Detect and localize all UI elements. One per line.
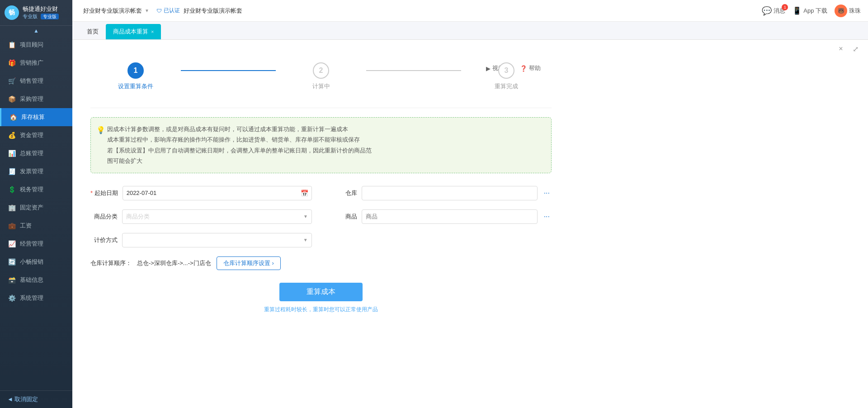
salary-icon: 💼 [7, 221, 16, 230]
calendar-icon[interactable]: 📅 [301, 190, 308, 197]
sidebar-label-tax: 税务管理 [20, 185, 65, 194]
sidebar-item-expense[interactable]: 🔄 小畅报销 [0, 253, 72, 271]
finance-icon: 💰 [7, 131, 16, 140]
account-chevron-icon: ▼ [145, 8, 149, 13]
sidebar-item-project[interactable]: 📋 项目顾问 [0, 36, 72, 54]
sidebar-unpin-button[interactable]: ◄ 取消固定 [0, 390, 72, 408]
sidebar-item-finance[interactable]: 💰 资金管理 [0, 126, 72, 144]
notification-badge: 1 [782, 4, 788, 10]
start-date-input[interactable] [123, 186, 312, 200]
help-label: 帮助 [529, 64, 541, 72]
product-label: 商品 [330, 213, 357, 221]
form-row-3: 计价方式 ▼ [90, 233, 552, 247]
step-3-circle: 3 [498, 62, 514, 79]
user-avatar: 🐻 [835, 5, 847, 17]
form-row-1: 起始日期 📅 仓库 ··· [90, 186, 552, 200]
sidebar-item-basic[interactable]: 🗃️ 基础信息 [0, 271, 72, 289]
step-1: 1 设置重算条件 [90, 62, 181, 90]
category-field: 商品分类 商品分类 ▼ [90, 209, 312, 224]
sidebar-label-project: 项目顾问 [20, 41, 65, 49]
sidebar-logo: 畅 畅捷通好业财 专业版 专业版 [0, 0, 72, 26]
sidebar-label-salary: 工资 [20, 222, 65, 230]
sidebar-item-accounting[interactable]: 📊 总账管理 [0, 144, 72, 162]
marketing-icon: 🎁 [7, 58, 16, 67]
step-1-label: 设置重算条件 [118, 82, 153, 90]
app-download-button[interactable]: 📱 App 下载 [793, 6, 827, 15]
sidebar-item-sales[interactable]: 🛒 销售管理 [0, 72, 72, 90]
expand-window-button[interactable]: ⤢ [850, 43, 861, 54]
help-button[interactable]: ❓ 帮助 [520, 64, 541, 72]
warehouse-more-icon[interactable]: ··· [542, 189, 552, 197]
sidebar-scroll-up[interactable]: ▲ [0, 26, 72, 36]
sidebar-item-invoice[interactable]: 🧾 发票管理 [0, 162, 72, 180]
sidebar-item-marketing[interactable]: 🎁 营销推广 [0, 54, 72, 72]
tab-home[interactable]: 首页 [80, 24, 106, 39]
project-icon: 📋 [7, 40, 16, 49]
message-icon: 💬 [762, 6, 772, 16]
expense-icon: 🔄 [7, 257, 16, 266]
sidebar-label-marketing: 营销推广 [20, 59, 65, 67]
product-input[interactable] [362, 209, 538, 224]
warehouse-order-label: 仓库计算顺序： [90, 259, 132, 267]
warehouse-input[interactable] [362, 186, 538, 200]
pricing-select[interactable]: ▼ [122, 233, 312, 247]
step-connector-1-2 [181, 70, 276, 71]
sidebar-label-accounting: 总账管理 [20, 149, 65, 157]
step-2: 2 计算中 [276, 62, 366, 90]
user-name: 珠珠 [849, 7, 861, 15]
recalc-button[interactable]: 重算成本 [279, 283, 363, 301]
info-line-3: 若【系统设置】中启用了自动调整记账日期时，会调整入库单的整单记账日期，因此重新计… [107, 145, 544, 156]
topbar: 好业财专业版演示帐套 ▼ 🛡 已认证 好业财专业版演示帐套 💬 1 消息 📱 A… [72, 0, 868, 22]
step-3-label: 重算完成 [495, 82, 518, 90]
info-line-2: 成本重算过程中，影响库存账的操作均不能操作，比如进货单、销货单、库存单据不能审核… [107, 134, 544, 145]
user-avatar-button[interactable]: 🐻 珠珠 [835, 5, 861, 17]
sales-icon: 🛒 [7, 76, 16, 85]
recalc-section: 重算成本 重算过程耗时较长，重算时您可以正常使用产品 [90, 283, 552, 313]
system-icon: ⚙️ [7, 294, 16, 303]
edition-badge: 专业版 [41, 14, 59, 19]
inventory-icon: 🏠 [9, 113, 18, 122]
tax-icon: 💲 [7, 185, 16, 194]
step-2-circle: 2 [313, 62, 329, 79]
sidebar-item-purchase[interactable]: 📦 采购管理 [0, 90, 72, 108]
category-value: 商品分类 [126, 213, 150, 221]
basic-icon: 🗃️ [7, 275, 16, 285]
invoice-icon: 🧾 [7, 167, 16, 176]
tab-recalc[interactable]: 商品成本重算 × [106, 24, 161, 39]
phone-icon: 📱 [793, 6, 802, 15]
category-select[interactable]: 商品分类 ▼ [122, 209, 312, 224]
warehouse-order-settings-button[interactable]: 仓库计算顺序设置 › [217, 256, 281, 270]
sidebar-item-inventory[interactable]: 🏠 库存核算 [0, 108, 72, 126]
category-label: 商品分类 [90, 213, 118, 221]
content-inner: 1 设置重算条件 2 计算中 3 重算完成 ▶ [72, 40, 570, 327]
pricing-chevron-icon: ▼ [303, 237, 308, 242]
start-date-input-wrapper: 📅 [123, 186, 312, 200]
app-logo-icon: 畅 [5, 5, 19, 20]
sidebar-label-invoice: 发票管理 [20, 167, 65, 176]
window-controls: × ⤢ [835, 43, 861, 54]
message-button[interactable]: 💬 1 消息 [762, 6, 785, 16]
close-window-button[interactable]: × [835, 43, 846, 54]
sidebar-item-management[interactable]: 📈 经营管理 [0, 235, 72, 253]
account-selector[interactable]: 好业财专业版演示帐套 ▼ [80, 5, 153, 17]
sidebar-item-system[interactable]: ⚙️ 系统管理 [0, 289, 72, 307]
verified-badge: 🛡 已认证 [156, 7, 180, 14]
topbar-left: 好业财专业版演示帐套 ▼ 🛡 已认证 好业财专业版演示帐套 [80, 5, 762, 17]
sidebar-label-finance: 资金管理 [20, 131, 65, 139]
tab-close-icon[interactable]: × [151, 29, 154, 34]
product-more-icon[interactable]: ··· [542, 213, 552, 221]
sidebar-label-expense: 小畅报销 [20, 258, 65, 266]
form-row-2: 商品分类 商品分类 ▼ 商品 ··· [90, 209, 552, 224]
app-download-label: App 下载 [803, 7, 827, 15]
app-name: 畅捷通好业财 [23, 5, 59, 13]
verified-text: 已认证 [164, 7, 180, 14]
warehouse-order-btn-label: 仓库计算顺序设置 [223, 259, 270, 267]
step-connector-2-3 [366, 70, 461, 71]
sidebar-item-salary[interactable]: 💼 工资 [0, 217, 72, 235]
sidebar-label-assets: 固定资产 [20, 204, 65, 212]
sidebar-item-tax[interactable]: 💲 税务管理 [0, 180, 72, 199]
sidebar-label-management: 经营管理 [20, 240, 65, 248]
sidebar-item-assets[interactable]: 🏢 固定资产 [0, 199, 72, 217]
content-area: × ⤢ 1 设置重算条件 2 计算中 3 [72, 40, 868, 408]
sidebar-label-sales: 销售管理 [20, 77, 65, 85]
